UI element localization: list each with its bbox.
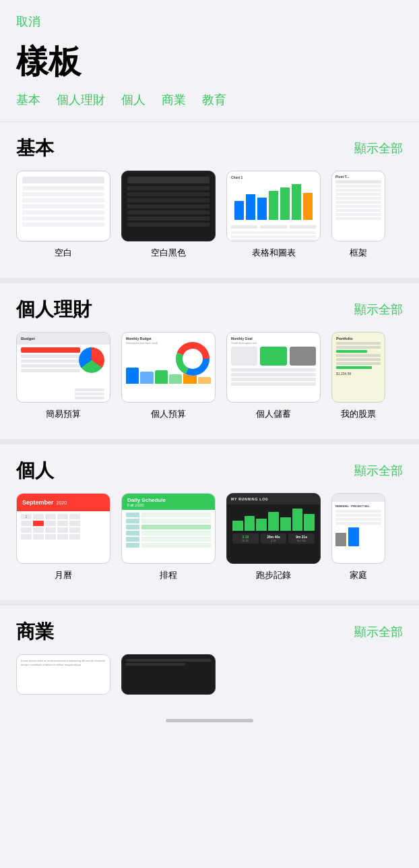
template-home-project[interactable]: REMODEL · PROJECT BU... 家庭: [331, 493, 385, 581]
svg-rect-2: [257, 198, 267, 220]
divider-1: [0, 278, 419, 283]
template-monthly-goal-label: 個人儲蓄: [256, 408, 291, 420]
tab-personal[interactable]: 個人: [121, 92, 146, 108]
section-personal-header: 個人 顯示全部: [0, 458, 419, 493]
section-finance: 個人理財 顯示全部 Budget: [0, 283, 419, 439]
template-running-log[interactable]: MY RUNNING LOG: [226, 493, 321, 581]
section-basic-title: 基本: [16, 136, 54, 161]
tab-basic[interactable]: 基本: [16, 92, 40, 108]
svg-rect-5: [292, 184, 301, 220]
business-templates-row: Lorem ipsum dolor sit amet consectetur a…: [0, 654, 419, 708]
template-portfolio-label: 我的股票: [341, 408, 376, 420]
business-show-all-button[interactable]: 顯示全部: [354, 624, 403, 640]
template-calendar-label: 月曆: [55, 569, 72, 581]
personal-templates-row: September 2020 1: [0, 493, 419, 595]
template-home-project-label: 家庭: [350, 569, 367, 581]
category-tabs: 基本 個人理財 個人 商業 教育: [0, 92, 419, 122]
template-simple-budget[interactable]: Budget 簡易預算: [16, 332, 110, 420]
template-chart-label: 表格和圖表: [252, 247, 296, 259]
svg-rect-3: [269, 191, 278, 220]
template-monthly-budget-label: 個人預算: [151, 408, 186, 420]
svg-rect-4: [280, 187, 290, 220]
section-personal: 個人 顯示全部 September 2020 1: [0, 444, 419, 600]
divider-2: [0, 439, 419, 444]
tab-finance[interactable]: 個人理財: [57, 92, 105, 108]
template-business-1[interactable]: Lorem ipsum dolor sit amet consectetur a…: [16, 654, 110, 695]
basic-show-all-button[interactable]: 顯示全部: [354, 140, 403, 156]
template-blank-black[interactable]: 空白黑色: [121, 171, 216, 259]
template-pivot[interactable]: Pivot T... 框架: [331, 171, 385, 259]
template-chart[interactable]: Chart 1: [226, 171, 321, 259]
section-finance-header: 個人理財 顯示全部: [0, 297, 419, 332]
template-blank-label: 空白: [55, 247, 72, 259]
finance-show-all-button[interactable]: 顯示全部: [354, 301, 403, 318]
template-schedule-label: 排程: [160, 569, 177, 581]
template-schedule[interactable]: Daily Schedule Fall 2020: [121, 493, 216, 581]
template-monthly-budget[interactable]: Monthly Budget Description text here sma…: [121, 332, 216, 420]
template-calendar[interactable]: September 2020 1: [16, 493, 110, 581]
personal-show-all-button[interactable]: 顯示全部: [354, 463, 403, 479]
basic-templates-row: 空白 空白黑色 Chart 1: [0, 171, 419, 272]
template-running-log-label: 跑步記錄: [256, 569, 291, 581]
template-portfolio[interactable]: Portfolio $1,234.56 我的股票: [331, 332, 385, 420]
section-finance-title: 個人理財: [16, 297, 92, 322]
template-monthly-goal[interactable]: Monthly Goal Small description text 個人儲蓄: [226, 332, 321, 420]
divider-3: [0, 600, 419, 606]
page-title: 樣板: [0, 35, 419, 92]
tab-business[interactable]: 商業: [162, 92, 186, 108]
svg-rect-6: [303, 193, 313, 220]
svg-rect-1: [246, 194, 255, 220]
template-simple-budget-label: 簡易預算: [46, 408, 81, 420]
section-business: 商業 顯示全部 Lorem ipsum dolor sit amet conse…: [0, 606, 419, 714]
template-blank-black-label: 空白黑色: [151, 247, 186, 259]
section-business-header: 商業 顯示全部: [0, 619, 419, 654]
template-business-2[interactable]: [121, 654, 216, 695]
svg-rect-0: [234, 201, 244, 220]
section-basic: 基本 顯示全部 空白: [0, 122, 419, 278]
template-blank[interactable]: 空白: [16, 171, 110, 259]
section-personal-title: 個人: [16, 458, 54, 484]
tab-education[interactable]: 教育: [202, 92, 226, 108]
section-business-title: 商業: [16, 619, 54, 645]
cancel-button[interactable]: 取消: [16, 13, 40, 30]
finance-templates-row: Budget 簡易預算: [0, 332, 419, 434]
section-basic-header: 基本 顯示全部: [0, 136, 419, 171]
template-pivot-label: 框架: [350, 247, 367, 259]
top-bar: 取消: [0, 0, 419, 35]
